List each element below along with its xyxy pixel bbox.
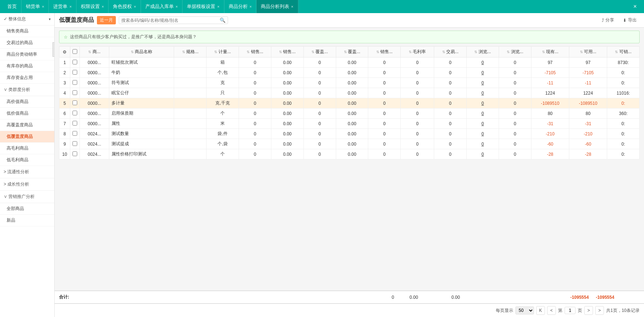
nav-close-icon[interactable]: × <box>69 4 71 9</box>
last-page-button[interactable]: > <box>595 306 604 315</box>
nav-permission-settings[interactable]: 权限设置 × <box>76 0 109 13</box>
page-number-input[interactable] <box>565 307 576 314</box>
th-gross-margin[interactable]: ⇅ 毛利率 <box>401 47 434 58</box>
nav-role-auth[interactable]: 角色授权 × <box>109 0 141 13</box>
sidebar-item-category-turnover[interactable]: 商品分类动销率 <box>0 49 54 60</box>
row-name[interactable]: 属性价格打印测试 <box>109 149 174 159</box>
row-checkbox-cell[interactable] <box>70 78 80 88</box>
th-available-stock[interactable]: ⇅ 可用... <box>569 47 607 58</box>
th-name[interactable]: ⇅ 商品名称 <box>109 47 174 58</box>
row-name[interactable]: 符号测试 <box>109 78 174 88</box>
row-browse1[interactable]: 0 <box>467 129 499 139</box>
nav-close-icon[interactable]: × <box>176 4 178 9</box>
row-name[interactable]: 启用保质期 <box>109 108 174 119</box>
sidebar-item-inventory-fund[interactable]: 库存资金占用 <box>0 72 54 84</box>
row-checkbox-cell[interactable] <box>70 139 80 149</box>
row-checkbox-cell[interactable] <box>70 119 80 129</box>
select-all-checkbox[interactable] <box>72 49 77 54</box>
export-button[interactable]: ⬇ 导出 <box>620 16 640 24</box>
sidebar-item-low-value[interactable]: 低价值商品 <box>0 108 54 119</box>
row-browse1[interactable]: 0 <box>467 88 499 98</box>
sidebar-item-all-goods[interactable]: 全部商品 <box>0 203 54 215</box>
th-sales3[interactable]: ⇅ 销售... <box>368 47 401 58</box>
nav-finished-goods[interactable]: 产成品入库单 × <box>141 0 182 13</box>
row-browse1[interactable]: 0 <box>467 119 499 129</box>
row-name[interactable]: 多计量 <box>109 98 174 108</box>
row-name[interactable]: 眠宝公仔 <box>109 88 174 98</box>
per-page-select[interactable]: 10 20 50 100 <box>515 306 534 314</box>
th-browse2[interactable]: ⇅ 浏览... <box>499 47 531 58</box>
nav-close-icon[interactable]: × <box>250 4 252 9</box>
sidebar-section-overall[interactable]: ✓ 整体信息 ▾ <box>0 13 54 25</box>
row-checkbox-cell[interactable] <box>70 129 80 139</box>
th-sales-amount[interactable]: ⇅ 销售... <box>271 47 303 58</box>
row-browse1[interactable]: 0 <box>467 68 499 78</box>
th-saleable[interactable]: ⇅ 可销... <box>607 47 640 58</box>
row-name[interactable]: 牛奶 <box>109 68 174 78</box>
first-page-button[interactable]: K <box>536 306 545 315</box>
th-settings[interactable]: ⚙ <box>59 47 70 58</box>
sidebar-item-low-margin[interactable]: 低毛利商品 <box>0 154 54 166</box>
sidebar-section-growth[interactable]: > 成长性分析 <box>0 178 54 191</box>
row-checkbox-cell[interactable] <box>70 149 80 159</box>
sidebar-section-cluster[interactable]: ∨ 类群度分析 <box>0 84 54 96</box>
row-checkbox[interactable] <box>72 151 77 156</box>
row-checkbox[interactable] <box>72 60 77 64</box>
nav-close-icon[interactable]: × <box>42 4 44 9</box>
sidebar-item-stocked-goods[interactable]: 有库存的商品 <box>0 60 54 72</box>
sidebar-section-circulation[interactable]: > 流通性分析 <box>0 166 54 178</box>
row-checkbox[interactable] <box>72 100 77 105</box>
row-name[interactable]: 属性 <box>109 119 174 129</box>
date-filter-button[interactable]: 近一月 <box>97 16 116 24</box>
share-button[interactable]: ⤴ 分享 <box>599 16 617 24</box>
row-checkbox[interactable] <box>72 80 77 85</box>
th-cover1[interactable]: ⇅ 覆盖... <box>303 47 336 58</box>
th-spec[interactable]: ⇅ 规格... <box>174 47 207 58</box>
sidebar-collapse-button[interactable]: « <box>52 42 55 57</box>
row-browse1[interactable]: 0 <box>467 149 499 159</box>
nav-close-icon[interactable]: × <box>217 4 219 9</box>
row-checkbox-cell[interactable] <box>70 68 80 78</box>
row-checkbox[interactable] <box>72 131 77 136</box>
sidebar-section-marketing[interactable]: ∨ 营销推广分析 <box>0 191 54 203</box>
row-checkbox-cell[interactable] <box>70 98 80 108</box>
sidebar-item-high-value[interactable]: 高价值商品 <box>0 96 54 108</box>
nav-template-settings[interactable]: 单据模板设置 × <box>182 0 224 13</box>
row-checkbox[interactable] <box>72 90 77 95</box>
row-browse1[interactable]: 0 <box>467 78 499 88</box>
row-browse1[interactable]: 0 <box>467 98 499 108</box>
row-name[interactable]: 测试提成 <box>109 139 174 149</box>
search-input[interactable] <box>121 18 220 23</box>
th-checkbox[interactable] <box>70 47 80 58</box>
th-browse1[interactable]: ⇅ 浏览... <box>467 47 499 58</box>
nav-product-analysis-list[interactable]: 商品分析列表 × <box>256 0 298 13</box>
row-checkbox[interactable] <box>72 111 77 115</box>
th-transaction[interactable]: ⇅ 交易... <box>434 47 467 58</box>
window-close-button[interactable]: × <box>629 3 641 10</box>
nav-purchase-order[interactable]: 进货单 × <box>49 0 76 13</box>
row-checkbox[interactable] <box>72 70 77 75</box>
th-cover2[interactable]: ⇅ 覆盖... <box>336 47 368 58</box>
row-checkbox[interactable] <box>72 141 77 146</box>
nav-sales-order[interactable]: 销货单 × <box>21 0 49 13</box>
next-page-button[interactable]: > <box>584 306 593 315</box>
nav-home[interactable]: 首页 <box>3 0 21 13</box>
row-browse1[interactable]: 0 <box>467 58 499 68</box>
prev-page-button[interactable]: < <box>547 306 556 315</box>
row-checkbox-cell[interactable] <box>70 88 80 98</box>
row-browse1[interactable]: 0 <box>467 139 499 149</box>
sidebar-item-traded-goods[interactable]: 交易过的商品 <box>0 37 54 49</box>
sidebar-item-sales-goods[interactable]: 销售类商品 <box>0 25 54 37</box>
row-browse1[interactable]: 0 <box>467 108 499 119</box>
row-name[interactable]: 旺辅批次测试 <box>109 58 174 68</box>
row-checkbox[interactable] <box>72 121 77 126</box>
th-current-stock[interactable]: ⇅ 现有... <box>531 47 569 58</box>
th-sales-qty[interactable]: ⇅ 销售... <box>239 47 271 58</box>
nav-close-icon[interactable]: × <box>134 4 136 9</box>
th-code[interactable]: ⇅ 商... <box>80 47 109 58</box>
nav-product-analysis[interactable]: 商品分析 × <box>224 0 256 13</box>
row-checkbox-cell[interactable] <box>70 58 80 68</box>
sidebar-item-new-goods[interactable]: 新品 <box>0 215 54 226</box>
nav-close-icon[interactable]: × <box>291 4 293 9</box>
th-unit[interactable]: ⇅ 计量... <box>207 47 239 58</box>
